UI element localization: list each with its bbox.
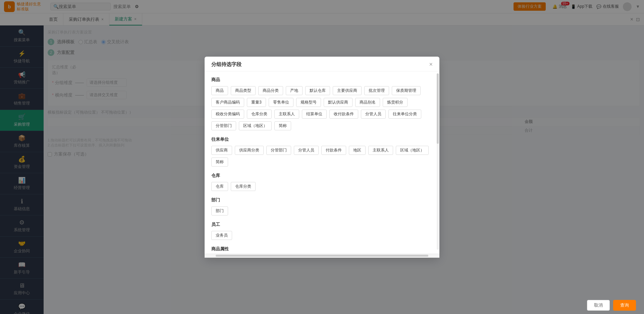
modal-horizontal-scrollbar[interactable] bbox=[205, 254, 439, 258]
modal-vertical-scrollbar-track[interactable] bbox=[437, 73, 439, 250]
section-partner-tags: 供应商 供应商分类 分管部门 分管人员 付款条件 地区 主联系人 区域（地区） … bbox=[211, 146, 433, 167]
modal-body: 商品 商品 商品类型 商品分类 产地 默认仓库 主要供应商 批次管理 保质期管理… bbox=[205, 71, 439, 254]
field-tag[interactable]: 付款条件 bbox=[321, 146, 346, 155]
field-tag[interactable]: 规格型号 bbox=[296, 98, 321, 107]
confirm-button[interactable]: 查询 bbox=[613, 300, 636, 311]
field-tag[interactable]: 结算单位 bbox=[302, 110, 327, 119]
field-tag[interactable]: 部门 bbox=[211, 206, 228, 215]
section-product-title: 商品 bbox=[211, 77, 433, 83]
field-tag[interactable]: 仓库分类 bbox=[247, 110, 272, 119]
field-tag[interactable]: 主联系人 bbox=[368, 146, 393, 155]
field-tag[interactable]: 供应商 bbox=[211, 146, 232, 155]
field-tag[interactable]: 往来单位分类 bbox=[388, 110, 421, 119]
field-tag[interactable]: 简称 bbox=[211, 158, 228, 167]
section-product-attr-title: 商品属性 bbox=[211, 246, 433, 252]
section-department-title: 部门 bbox=[211, 197, 433, 203]
modal-header: 分组待选字段 × bbox=[205, 57, 439, 71]
section-employee: 员工 业务员 bbox=[211, 222, 433, 240]
section-employee-tags: 业务员 bbox=[211, 231, 433, 240]
field-tag[interactable]: 默认仓库 bbox=[305, 86, 330, 95]
modal-dialog: 分组待选字段 × 商品 商品 商品类型 商品分类 产地 默认仓库 主要供应商 批… bbox=[205, 57, 439, 258]
field-tag[interactable]: 仓库 bbox=[211, 182, 228, 191]
field-tag[interactable]: 商品分类 bbox=[258, 86, 283, 95]
field-tag[interactable]: 零售单位 bbox=[269, 98, 293, 107]
field-tag[interactable]: 分管人员 bbox=[294, 146, 319, 155]
modal-overlay: 分组待选字段 × 商品 商品 商品类型 商品分类 产地 默认仓库 主要供应商 批… bbox=[0, 0, 644, 314]
field-tag[interactable]: 分管部门 bbox=[266, 146, 291, 155]
section-department: 部门 部门 bbox=[211, 197, 433, 215]
field-tag[interactable]: 供应商分类 bbox=[235, 146, 264, 155]
horizontal-scroll-thumb[interactable] bbox=[216, 255, 428, 257]
field-tag[interactable]: 客户商品编码 bbox=[211, 98, 244, 107]
field-tag[interactable]: 重量3 bbox=[247, 98, 266, 107]
field-tag[interactable]: 炼货积分 bbox=[383, 98, 408, 107]
modal-close-button[interactable]: × bbox=[429, 61, 433, 67]
field-tag[interactable]: 商品别名 bbox=[355, 98, 380, 107]
field-tag[interactable]: 分管人员 bbox=[361, 110, 386, 119]
section-product-tags: 商品 商品类型 商品分类 产地 默认仓库 主要供应商 批次管理 保质期管理 客户… bbox=[211, 86, 433, 130]
field-tag[interactable]: 区域（地区） bbox=[396, 146, 429, 155]
section-warehouse-tags: 仓库 仓库分类 bbox=[211, 182, 433, 191]
section-warehouse-title: 仓库 bbox=[211, 173, 433, 179]
modal-title: 分组待选字段 bbox=[211, 61, 241, 68]
field-tag[interactable]: 主联系人 bbox=[274, 110, 299, 119]
field-tag[interactable]: 产地 bbox=[286, 86, 303, 95]
field-tag[interactable]: 简称 bbox=[274, 121, 291, 130]
field-tag[interactable]: 收付款条件 bbox=[329, 110, 358, 119]
section-partner: 往来单位 供应商 供应商分类 分管部门 分管人员 付款条件 地区 主联系人 区域… bbox=[211, 136, 433, 167]
field-tag[interactable]: 仓库分类 bbox=[231, 182, 256, 191]
field-tag[interactable]: 批次管理 bbox=[364, 86, 389, 95]
section-employee-title: 员工 bbox=[211, 222, 433, 228]
field-tag[interactable]: 税收分类编码 bbox=[211, 110, 244, 119]
field-tag[interactable]: 业务员 bbox=[211, 231, 232, 240]
modal-vertical-scrollbar-thumb[interactable] bbox=[437, 73, 439, 144]
section-partner-title: 往来单位 bbox=[211, 136, 433, 142]
field-tag[interactable]: 默认供应商 bbox=[324, 98, 353, 107]
field-tag[interactable]: 分管部门 bbox=[211, 121, 236, 130]
section-warehouse: 仓库 仓库 仓库分类 bbox=[211, 173, 433, 191]
cancel-button[interactable]: 取消 bbox=[587, 300, 610, 311]
section-department-tags: 部门 bbox=[211, 206, 433, 215]
field-tag[interactable]: 商品 bbox=[211, 86, 228, 95]
field-tag[interactable]: 商品类型 bbox=[231, 86, 256, 95]
field-tag[interactable]: 地区 bbox=[349, 146, 366, 155]
section-product: 商品 商品 商品类型 商品分类 产地 默认仓库 主要供应商 批次管理 保质期管理… bbox=[211, 77, 433, 130]
field-tag[interactable]: 保质期管理 bbox=[392, 86, 421, 95]
field-tag[interactable]: 主要供应商 bbox=[333, 86, 362, 95]
field-tag[interactable]: 区域（地区） bbox=[239, 121, 272, 130]
section-product-attr: 商品属性 属性 颜色 多规格 尺码 鞋码 1 bbox=[211, 246, 433, 254]
